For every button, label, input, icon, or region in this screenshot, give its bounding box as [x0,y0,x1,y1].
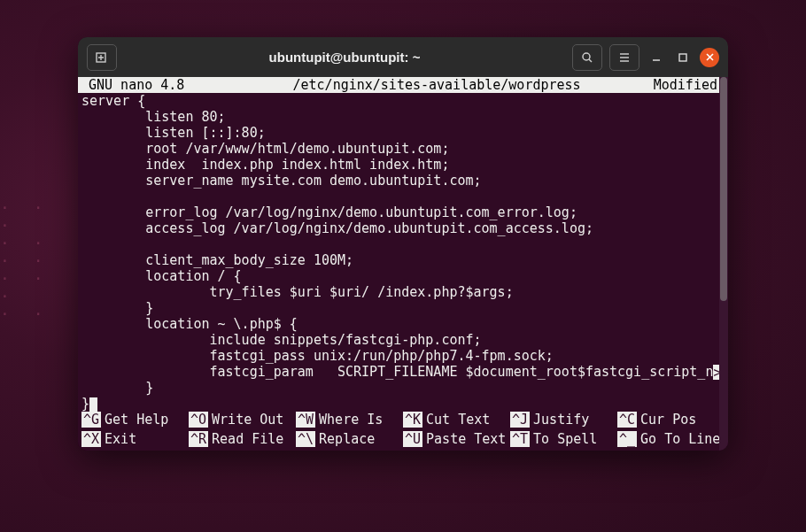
minimize-button[interactable] [647,48,666,67]
shortcut-label: Justify [533,412,589,428]
shortcut-item: ^JJustify [510,412,617,428]
window-title: ubuntupit@ubuntupit: ~ [124,50,565,65]
shortcut-label: Read File [212,431,283,447]
nano-app-name: GNU nano 4.8 [78,77,184,93]
nano-status: Modified [654,77,728,93]
terminal-window: ubuntupit@ubuntupit: ~ GNU nano 4.8 /etc [78,37,728,451]
shortcut-key: ^T [510,431,530,447]
shortcut-key: ^W [296,412,315,428]
terminal-body[interactable]: GNU nano 4.8 /etc/nginx/sites-available/… [78,77,728,451]
shortcut-key: ^X [81,431,101,447]
shortcut-label: Where Is [319,412,383,428]
shortcut-item: ^OWrite Out [189,412,296,428]
shortcut-key: ^K [403,412,422,428]
shortcut-item: ^XExit [81,431,189,447]
shortcut-item: ^KCut Text [403,412,510,428]
shortcut-label: Paste Text [426,431,506,447]
shortcut-label: Get Help [105,412,168,428]
maximize-button[interactable] [673,48,693,67]
svg-line-4 [589,59,592,62]
shortcut-item: ^_Go To Line [617,431,725,447]
svg-rect-9 [679,54,686,61]
shortcut-item: ^GGet Help [81,412,189,428]
shortcut-bar-row2: ^XExit^RRead File^\Replace^UPaste Text^T… [78,431,728,451]
shortcut-key: ^G [81,412,101,428]
search-button[interactable] [572,44,602,71]
shortcut-label: Replace [319,431,375,447]
shortcut-label: To Spell [533,431,597,447]
svg-point-3 [583,53,590,60]
shortcut-label: Go To Line [640,431,720,447]
shortcut-key: ^C [617,412,637,428]
shortcut-label: Write Out [212,412,283,428]
shortcut-item: ^CCur Pos [617,412,725,428]
shortcut-item: ^WWhere Is [296,412,403,428]
menu-button[interactable] [609,44,639,71]
nano-header: GNU nano 4.8 /etc/nginx/sites-available/… [78,77,728,93]
shortcut-label: Exit [105,431,136,447]
scrollbar-thumb[interactable] [720,77,727,301]
scrollbar[interactable] [719,77,728,451]
shortcut-key: ^R [189,431,208,447]
editor-content[interactable]: server { listen 80; listen [::]:80; root… [78,93,728,412]
nano-file-path: /etc/nginx/sites-available/wordpress [184,77,653,93]
shortcut-item: ^TTo Spell [510,431,617,447]
shortcut-item: ^UPaste Text [403,431,510,447]
shortcut-bar-row1: ^GGet Help^OWrite Out^WWhere Is^KCut Tex… [78,412,728,431]
shortcut-key: ^U [403,431,422,447]
shortcut-key: ^_ [617,431,637,447]
shortcut-key: ^J [510,412,530,428]
shortcut-item: ^RRead File [189,431,296,447]
new-tab-button[interactable] [87,44,117,71]
titlebar: ubuntupit@ubuntupit: ~ [78,37,728,77]
shortcut-label: Cur Pos [640,412,696,428]
close-button[interactable] [700,48,719,67]
shortcut-label: Cut Text [426,412,490,428]
shortcut-item: ^\Replace [296,431,403,447]
shortcut-key: ^O [189,412,208,428]
desktop-background-pattern: . . .. . . .. . .. . [0,195,71,301]
shortcut-key: ^\ [296,431,315,447]
